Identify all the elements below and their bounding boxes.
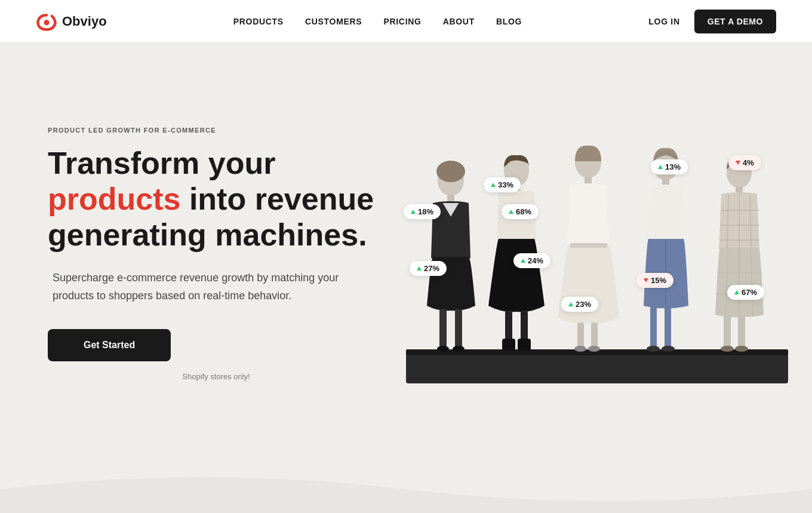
- arrow-up-icon-5: [417, 266, 422, 271]
- badge-67: 67%: [727, 285, 764, 300]
- mannequin-scene: 18% 33% 68% 13% 4%: [394, 79, 812, 389]
- arrow-up-icon-8: [734, 290, 739, 294]
- hero-content: PRODUCT LED GROWTH FOR E-COMMERCE Transf…: [48, 91, 382, 381]
- get-demo-button[interactable]: GET A DEMO: [694, 10, 776, 33]
- svg-point-9: [436, 161, 465, 182]
- badge-value-27: 27%: [424, 264, 439, 273]
- svg-rect-26: [650, 307, 657, 349]
- navbar: Obviyo PRODUCTS CUSTOMERS PRICING ABOUT …: [0, 0, 812, 43]
- svg-rect-5: [439, 309, 447, 349]
- badge-33: 33%: [484, 177, 521, 192]
- badge-4: 4%: [728, 155, 761, 170]
- badge-13: 13%: [651, 159, 688, 174]
- badge-value-33: 33%: [498, 180, 513, 189]
- svg-point-28: [647, 346, 660, 352]
- hero-eyebrow: PRODUCT LED GROWTH FOR E-COMMERCE: [48, 127, 382, 134]
- nav-about[interactable]: ABOUT: [443, 17, 475, 26]
- nav-blog[interactable]: BLOG: [496, 17, 522, 26]
- shopify-note: Shopify stores only!: [50, 372, 382, 381]
- logo[interactable]: Obviyo: [36, 11, 107, 32]
- svg-point-21: [574, 346, 586, 352]
- hero-title: Transform your products into revenue gen…: [48, 146, 382, 253]
- nav-links: PRODUCTS CUSTOMERS PRICING ABOUT BLOG: [233, 17, 522, 26]
- svg-rect-20: [591, 322, 598, 349]
- svg-rect-15: [518, 339, 531, 351]
- hero-title-line3: generating machines.: [48, 217, 367, 252]
- arrow-down-icon-2: [644, 278, 648, 282]
- arrow-up-icon-2: [491, 183, 496, 187]
- badge-value-18: 18%: [418, 207, 433, 216]
- logo-text: Obviyo: [62, 14, 107, 29]
- nav-pricing[interactable]: PRICING: [383, 17, 421, 26]
- arrow-up-icon-6: [521, 259, 525, 263]
- svg-point-46: [735, 346, 748, 352]
- arrow-up-icon-4: [658, 165, 663, 169]
- badge-value-13: 13%: [665, 162, 681, 171]
- badge-value-15: 15%: [651, 276, 666, 285]
- svg-rect-1: [406, 354, 788, 383]
- badge-value-68: 68%: [516, 207, 531, 216]
- svg-point-29: [662, 346, 675, 352]
- svg-rect-19: [577, 322, 584, 349]
- hero-title-accent: products: [48, 182, 180, 216]
- hero-section: PRODUCT LED GROWTH FOR E-COMMERCE Transf…: [0, 43, 812, 513]
- hero-title-line1: Transform your: [48, 146, 275, 180]
- badge-value-24: 24%: [528, 256, 543, 265]
- nav-products[interactable]: PRODUCTS: [233, 17, 284, 26]
- badge-23: 23%: [561, 297, 598, 312]
- badge-27: 27%: [410, 261, 447, 276]
- svg-rect-44: [738, 316, 745, 349]
- fashion-illustration: [394, 79, 800, 389]
- logo-icon: [36, 11, 57, 32]
- badge-value-23: 23%: [576, 300, 591, 309]
- svg-rect-6: [455, 309, 462, 349]
- svg-rect-27: [665, 307, 671, 349]
- arrow-up-icon-7: [568, 302, 573, 306]
- badge-value-67: 67%: [742, 288, 757, 297]
- nav-right: LOG IN GET A DEMO: [648, 10, 776, 33]
- svg-point-45: [721, 346, 734, 352]
- badge-24: 24%: [513, 253, 550, 268]
- arrow-up-icon-3: [509, 210, 513, 214]
- wave-svg: [0, 465, 812, 513]
- nav-customers[interactable]: CUSTOMERS: [305, 17, 362, 26]
- hero-title-line2: into revenue: [189, 182, 374, 216]
- svg-point-22: [588, 346, 600, 352]
- badge-18: 18%: [404, 204, 441, 219]
- svg-point-7: [437, 346, 449, 352]
- badge-value-4: 4%: [743, 158, 754, 167]
- arrow-up-icon: [411, 210, 416, 214]
- hero-cta-area: Get Started Shopify stores only!: [48, 329, 382, 381]
- hero-wave: [0, 465, 812, 513]
- svg-point-0: [44, 20, 50, 25]
- hero-image: 18% 33% 68% 13% 4%: [394, 79, 812, 413]
- svg-point-8: [453, 346, 465, 352]
- get-started-button[interactable]: Get Started: [48, 329, 171, 361]
- svg-rect-43: [724, 316, 731, 349]
- svg-rect-14: [502, 339, 515, 351]
- badge-68: 68%: [502, 204, 539, 219]
- svg-rect-18: [570, 243, 607, 248]
- arrow-down-icon: [736, 161, 740, 165]
- badge-15: 15%: [636, 273, 673, 288]
- login-link[interactable]: LOG IN: [648, 17, 679, 26]
- hero-description: Supercharge e-commerce revenue growth by…: [53, 269, 339, 305]
